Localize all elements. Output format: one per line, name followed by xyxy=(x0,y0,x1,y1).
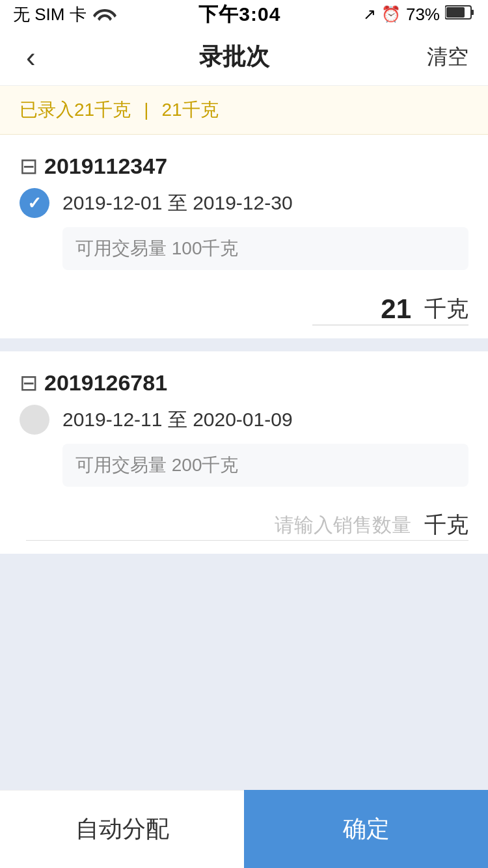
amount-underline-row-1 xyxy=(0,325,488,338)
amount-underline-2 xyxy=(26,540,468,541)
nav-bar: ‹ 录批次 清空 xyxy=(0,29,488,86)
batch-checkbox-1[interactable]: ✓ xyxy=(20,188,49,218)
svg-rect-2 xyxy=(471,10,474,15)
batch-date-text-1: 2019-12-01 至 2019-12-30 xyxy=(62,190,293,217)
batch-item-2-content: ⊟ 2019126781 2019-12-11 至 2020-01-09 可用交… xyxy=(0,351,488,500)
amount-unit-2: 千克 xyxy=(424,510,468,540)
status-time: 下午3:04 xyxy=(198,1,280,28)
confirm-button[interactable]: 确定 xyxy=(244,790,488,868)
batch-date-row-2[interactable]: 2019-12-11 至 2020-01-09 xyxy=(20,405,468,435)
no-sim-text: 无 SIM 卡 xyxy=(13,3,87,26)
wifi-icon xyxy=(93,4,116,25)
amount-row-1: 21 千克 xyxy=(0,283,488,325)
batch-file-icon-2: ⊟ xyxy=(20,370,38,396)
batch-id-row-2: ⊟ 2019126781 xyxy=(20,370,468,396)
batch-quota-text-1: 可用交易量 100千克 xyxy=(75,238,239,258)
batch-id-row-1: ⊟ 2019112347 xyxy=(20,153,468,179)
batch-quota-1: 可用交易量 100千克 xyxy=(62,227,468,270)
total-amount: 21千克 xyxy=(161,98,218,122)
batch-quota-text-2: 可用交易量 200千克 xyxy=(75,455,239,475)
battery-icon xyxy=(445,5,475,25)
bottom-bar: 自动分配 确定 xyxy=(0,790,488,868)
location-icon: ↗ xyxy=(363,5,376,23)
content-area: 已录入21千克 | 21千克 ⊟ 2019112347 ✓ 2019-12-01… xyxy=(0,86,488,868)
status-right: ↗ ⏰ 73% xyxy=(363,5,475,25)
clear-button[interactable]: 清空 xyxy=(427,43,468,72)
batch-id-text-2: 2019126781 xyxy=(44,370,167,396)
info-divider: | xyxy=(144,100,148,120)
amount-unit-1: 千克 xyxy=(424,294,468,324)
recorded-amount: 已录入21千克 xyxy=(20,98,131,122)
batch-item-1-content: ⊟ 2019112347 ✓ 2019-12-01 至 2019-12-30 可… xyxy=(0,135,488,283)
batch-date-text-2: 2019-12-11 至 2020-01-09 xyxy=(62,407,293,433)
amount-input-row-2[interactable]: 请输入销售数量 千克 xyxy=(0,500,488,540)
back-button[interactable]: ‹ xyxy=(20,34,42,80)
info-bar: 已录入21千克 | 21千克 xyxy=(0,86,488,135)
battery-text: 73% xyxy=(406,5,440,25)
section-divider xyxy=(0,338,488,351)
batch-quota-2: 可用交易量 200千克 xyxy=(62,444,468,487)
batch-item-2: ⊟ 2019126781 2019-12-11 至 2020-01-09 可用交… xyxy=(0,351,488,554)
batch-id-text-1: 2019112347 xyxy=(44,154,167,179)
batch-file-icon-1: ⊟ xyxy=(20,153,38,179)
amount-underline-row-2 xyxy=(0,540,488,554)
alarm-icon: ⏰ xyxy=(381,5,401,23)
amount-value-1: 21 xyxy=(381,293,411,325)
amount-underline-1 xyxy=(312,325,468,325)
status-bar: 无 SIM 卡 下午3:04 ↗ ⏰ 73% xyxy=(0,0,488,29)
batch-date-row-1[interactable]: ✓ 2019-12-01 至 2019-12-30 xyxy=(20,188,468,218)
status-left: 无 SIM 卡 xyxy=(13,3,116,26)
batch-checkbox-2[interactable] xyxy=(20,405,49,435)
svg-rect-3 xyxy=(446,7,465,18)
amount-placeholder-2: 请输入销售数量 xyxy=(20,512,411,539)
page-title: 录批次 xyxy=(199,41,269,73)
auto-distribute-button[interactable]: 自动分配 xyxy=(0,790,244,868)
checkmark-icon-1: ✓ xyxy=(27,193,42,213)
batch-item-1: ⊟ 2019112347 ✓ 2019-12-01 至 2019-12-30 可… xyxy=(0,135,488,338)
